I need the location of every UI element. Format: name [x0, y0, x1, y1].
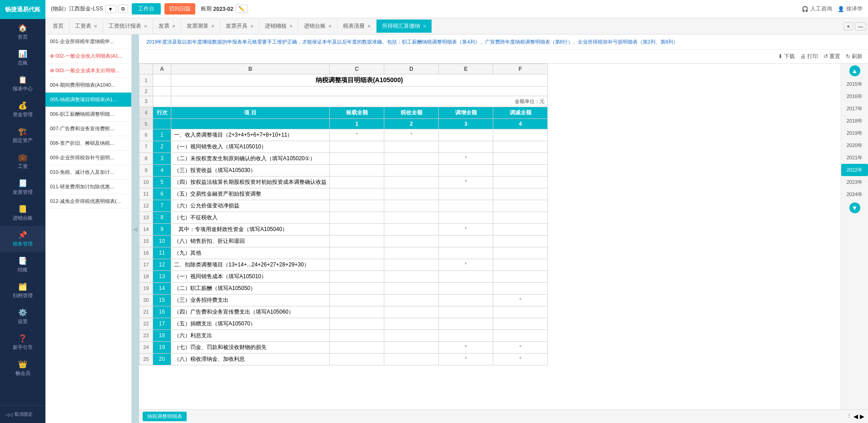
sidebar-item-vip[interactable]: 👑 畅会员: [0, 355, 45, 381]
panel-collapse-btn[interactable]: ◁: [132, 34, 139, 423]
sidebar-item-invoice[interactable]: 🧾 发票管理: [0, 174, 45, 200]
tab-close-invoice[interactable]: ×: [172, 23, 175, 30]
year-2018[interactable]: 2018年: [841, 115, 868, 127]
unpin-button[interactable]: ◁◁ 取消固定: [4, 409, 42, 419]
tab-close-salary[interactable]: ×: [94, 23, 97, 30]
left-item-004[interactable]: 004-期间费用明细表(A1040...: [45, 78, 131, 93]
print-btn[interactable]: 🖨 打印: [800, 53, 818, 60]
tab-invoice[interactable]: 发票 ×: [153, 20, 181, 33]
scroll-right-btn[interactable]: ▶: [860, 413, 864, 420]
sidebar-item-guide[interactable]: ❓ 新手引导: [0, 330, 45, 355]
settings-icon: ⚙️: [18, 308, 27, 317]
tax-icon: 📌: [18, 231, 27, 239]
year-2024[interactable]: 2024年: [841, 188, 868, 201]
table-header-row: 4 行次 项 目 账载全额 税收全额 调增全额 调减全额: [139, 107, 548, 118]
workbench-button[interactable]: 工作台: [132, 3, 161, 15]
spreadsheet: A B C D E F 1: [139, 64, 548, 365]
main-area: (物副）江西股金-LSS ▼ ⧉ 工作台 切到旧版 账期 2023-02 ✏️ …: [45, 0, 868, 423]
table-row: 25 20 （八）税收滞纳金、加收利息 * *: [139, 353, 548, 365]
sidebar-item-salary[interactable]: 💼 工资: [0, 148, 45, 174]
year-2019[interactable]: 2019年: [841, 127, 868, 139]
left-item-008[interactable]: 008-资产折旧、摊销及纳税...: [45, 136, 131, 151]
year-up-btn[interactable]: ▲: [849, 65, 860, 76]
user-menu[interactable]: 👤 徐泽华: [838, 5, 863, 13]
left-item-001[interactable]: 001-企业所得税年度纳税申...: [45, 34, 131, 49]
left-item-007[interactable]: 007-广告费和业务宣传费附...: [45, 122, 131, 136]
tab-close-audit[interactable]: ×: [289, 23, 293, 30]
user-name: 徐泽华: [846, 5, 863, 13]
switch-old-button[interactable]: 切到旧版: [164, 3, 195, 15]
sidebar-item-report[interactable]: 📋 报表中心: [0, 71, 45, 97]
company-copy-btn[interactable]: ⧉: [118, 5, 128, 13]
year-2015[interactable]: 2015年: [841, 78, 868, 90]
tab-close-tax-list[interactable]: ×: [367, 23, 371, 30]
col-header-D: D: [384, 64, 439, 74]
left-item-005[interactable]: 005-纳税调整项目明细表(A1...: [45, 93, 131, 107]
table-unit: 金额单位：元: [171, 96, 548, 107]
tab-close-ledger[interactable]: ×: [328, 23, 332, 30]
sidebar-item-archive[interactable]: 🗂️ 归档管理: [0, 278, 45, 304]
sidebar-item-funds[interactable]: 💰 资金管理: [0, 97, 45, 123]
tab-close-income-tax[interactable]: ×: [423, 23, 426, 30]
sales-icon: 📒: [18, 205, 27, 213]
table-row: 20 15 （三）业务招待费支出 *: [139, 294, 548, 306]
left-item-011[interactable]: 011-研发费用加计扣除优惠...: [45, 180, 131, 194]
support-btn[interactable]: 🎧 人工咨询: [802, 5, 832, 13]
sidebar-item-label: 新手引导: [13, 344, 33, 351]
tab-close-invoice-calc[interactable]: ×: [211, 23, 214, 30]
table-row: 17 12 二、扣除类调整项目（13+14+...24+26+27+28+29+…: [139, 259, 548, 271]
tab-tax-list[interactable]: 税表清册 ×: [337, 20, 377, 33]
tab-close-salary-stats[interactable]: ×: [144, 23, 147, 30]
tab-invoice-open[interactable]: 发票开具 ×: [220, 20, 259, 33]
year-2017[interactable]: 2017年: [841, 103, 868, 115]
left-item-010[interactable]: 010-免税、减计收入及加计...: [45, 165, 131, 180]
salary-icon: 💼: [18, 153, 27, 162]
company-dropdown-btn[interactable]: ▼: [105, 5, 116, 13]
minimize-btn[interactable]: —: [855, 22, 866, 30]
tab-income-tax[interactable]: 所得税汇算缴纳 ×: [377, 20, 432, 33]
tab-close-invoice-open[interactable]: ×: [250, 23, 253, 30]
sidebar-item-label: 工资: [18, 163, 28, 170]
year-2021[interactable]: 2021年: [841, 152, 868, 164]
period-selector: 账期 2023-02 ✏️: [201, 5, 248, 13]
left-item-002[interactable]: ⊗ 002-一般企业收入明细表(A1...: [45, 49, 131, 64]
bottom-tab-adjust[interactable]: 纳税调整明细表: [143, 412, 187, 421]
refresh-btn[interactable]: ↻ 刷新: [846, 53, 863, 60]
invoice-icon: 🧾: [18, 179, 27, 187]
ledger-icon: 📊: [18, 49, 27, 58]
sidebar-item-label: 畅会员: [15, 370, 30, 377]
tab-salary[interactable]: 工资表 ×: [69, 20, 103, 33]
period-label: 账期: [201, 5, 212, 13]
year-panel: ▲ 2015年 2016年 2017年 2018年 2019年 2020年 20…: [841, 64, 868, 410]
sidebar-item-close[interactable]: 📑 结账: [0, 252, 45, 278]
sidebar-item-settings[interactable]: ⚙️ 设置: [0, 304, 45, 330]
year-2020[interactable]: 2020年: [841, 139, 868, 152]
sidebar-item-ledger[interactable]: 📊 总账: [0, 45, 45, 71]
reset-btn[interactable]: ↺ 重置: [823, 53, 840, 60]
sidebar-item-assets[interactable]: 🏗️ 固定资产: [0, 123, 45, 148]
tab-audit[interactable]: 进销稽核 ×: [259, 20, 298, 33]
tab-invoice-calc[interactable]: 发票测算 ×: [181, 20, 220, 33]
year-2022[interactable]: 2022年: [841, 164, 868, 176]
period-edit-btn[interactable]: ✏️: [235, 5, 248, 13]
year-2023[interactable]: 2023年: [841, 176, 868, 188]
download-btn[interactable]: ⬇ 下载: [778, 53, 795, 60]
table-row: 1 纳税调整项目明细表(A105000): [139, 74, 548, 86]
left-item-003[interactable]: ⊗ 003-一般企业成本支出明细...: [45, 64, 131, 78]
col-header-A: A: [153, 64, 171, 74]
tab-ledger[interactable]: 进销台账 ×: [298, 20, 337, 33]
tab-salary-stats[interactable]: 工资统计报表 ×: [103, 20, 153, 33]
year-down-btn[interactable]: ▼: [849, 202, 860, 213]
sidebar-item-label: 首页: [18, 34, 28, 40]
left-item-012[interactable]: 012-减免企所得税优惠明细表(...: [45, 194, 131, 209]
sidebar-item-tax[interactable]: 📌 税务管理: [0, 226, 45, 252]
left-item-006[interactable]: 006-职工薪酬纳税调整明细...: [45, 107, 131, 122]
sidebar-item-sales[interactable]: 📒 进销台账: [0, 200, 45, 226]
year-2016[interactable]: 2016年: [841, 90, 868, 103]
sidebar-item-home[interactable]: 🏠 首页: [0, 19, 45, 45]
bottom-bar: 纳税调整明细表 ⋮ ◀ ▶: [139, 409, 868, 423]
close-all-btn[interactable]: ×: [844, 22, 853, 30]
scroll-left-btn[interactable]: ◀: [853, 413, 858, 420]
tab-home[interactable]: 首页: [47, 20, 69, 33]
left-item-009[interactable]: 009-企业所得税弥补亏损明...: [45, 151, 131, 165]
